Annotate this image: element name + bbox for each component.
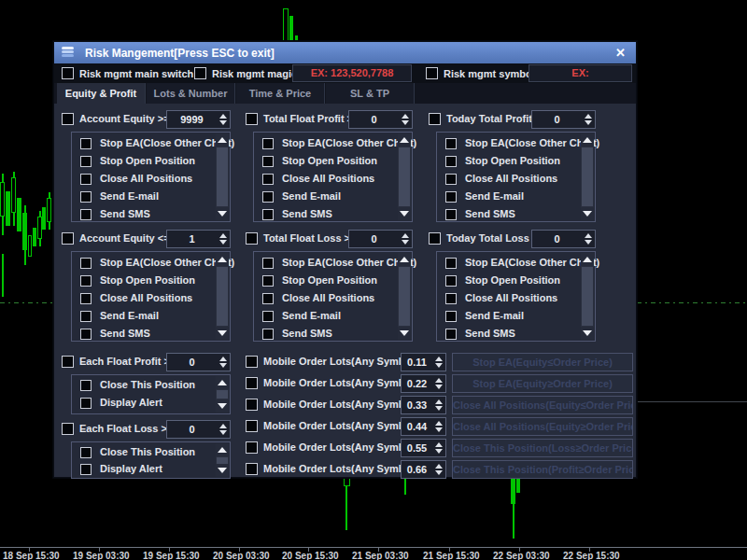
spin-down-icon[interactable] xyxy=(219,430,227,435)
action-checkbox[interactable] xyxy=(80,191,92,203)
action-checkbox[interactable] xyxy=(80,174,92,185)
action-checkbox[interactable] xyxy=(80,380,92,391)
scrollbar[interactable] xyxy=(216,443,229,477)
mobile-lots-input[interactable]: 0.11 xyxy=(401,353,446,371)
scroll-thumb[interactable] xyxy=(399,267,410,326)
spin-up-icon[interactable] xyxy=(402,114,409,119)
scroll-down-icon[interactable] xyxy=(581,327,594,340)
risk-mgmt-magics-checkbox[interactable] xyxy=(194,67,206,79)
total-float-loss-ge-input[interactable]: 0 xyxy=(348,230,413,248)
spin-down-icon[interactable] xyxy=(435,449,443,454)
mobile-lots-input[interactable]: 0.55 xyxy=(401,439,446,457)
action-checkbox[interactable] xyxy=(445,174,457,185)
spin-up-icon[interactable] xyxy=(435,421,443,426)
action-checkbox[interactable] xyxy=(80,275,92,287)
action-checkbox[interactable] xyxy=(80,138,92,149)
spin-up-icon[interactable] xyxy=(435,357,443,361)
scrollbar[interactable] xyxy=(216,253,229,340)
scroll-thumb[interactable] xyxy=(399,147,410,206)
action-checkbox[interactable] xyxy=(262,293,274,304)
spin-up-icon[interactable] xyxy=(219,233,227,238)
spin-down-icon[interactable] xyxy=(585,120,592,125)
account-equity-le-input[interactable]: 1 xyxy=(166,230,231,248)
scrollbar[interactable] xyxy=(581,253,594,340)
action-checkbox[interactable] xyxy=(445,311,457,322)
action-checkbox[interactable] xyxy=(445,156,457,167)
close-this-loss-ge-button[interactable]: Close This Position(Loss≥Order Price) xyxy=(452,439,633,457)
action-checkbox[interactable] xyxy=(445,329,457,340)
close-all-equity-le-button[interactable]: Close All Positions(Equity≤Order Price) xyxy=(452,396,633,414)
spin-down-icon[interactable] xyxy=(219,120,227,125)
action-checkbox[interactable] xyxy=(262,275,274,287)
scrollbar[interactable] xyxy=(216,376,229,413)
account-equity-ge-checkbox[interactable] xyxy=(62,113,74,125)
scroll-up-icon[interactable] xyxy=(216,253,229,266)
scroll-up-icon[interactable] xyxy=(216,133,229,147)
mobile-lots-checkbox[interactable] xyxy=(246,441,258,454)
each-float-profit-ge-checkbox[interactable] xyxy=(62,356,74,368)
tab-time-price[interactable]: Time & Price xyxy=(236,83,325,104)
scroll-thumb[interactable] xyxy=(582,267,593,326)
action-checkbox[interactable] xyxy=(445,258,457,269)
spin-down-icon[interactable] xyxy=(435,363,443,368)
spin-down-icon[interactable] xyxy=(585,240,592,245)
tab-lots-number[interactable]: Lots & Number xyxy=(147,83,235,104)
stop-ea-equity-ge-button[interactable]: Stop EA(Equity≥Order Price) xyxy=(452,374,633,393)
action-checkbox[interactable] xyxy=(80,311,92,322)
spin-up-icon[interactable] xyxy=(402,233,409,238)
action-checkbox[interactable] xyxy=(262,329,274,340)
total-float-profit-ge-input[interactable]: 0 xyxy=(348,110,413,129)
spin-down-icon[interactable] xyxy=(219,363,227,368)
action-checkbox[interactable] xyxy=(80,447,92,458)
action-checkbox[interactable] xyxy=(80,258,92,269)
scroll-thumb[interactable] xyxy=(582,147,593,206)
total-float-profit-ge-checkbox[interactable] xyxy=(246,113,258,125)
risk-mgmt-main-switch-checkbox[interactable] xyxy=(62,67,74,79)
scroll-up-icon[interactable] xyxy=(581,133,594,147)
action-checkbox[interactable] xyxy=(445,209,457,220)
mobile-lots-input[interactable]: 0.66 xyxy=(401,460,446,479)
scroll-down-icon[interactable] xyxy=(216,327,229,340)
scroll-up-icon[interactable] xyxy=(216,443,229,456)
mobile-lots-input[interactable]: 0.44 xyxy=(401,417,446,436)
action-checkbox[interactable] xyxy=(80,464,92,475)
spin-up-icon[interactable] xyxy=(219,114,227,119)
mobile-lots-checkbox[interactable] xyxy=(246,356,258,368)
scroll-down-icon[interactable] xyxy=(581,207,594,220)
action-checkbox[interactable] xyxy=(445,191,457,203)
scrollbar[interactable] xyxy=(216,133,229,220)
spin-up-icon[interactable] xyxy=(219,424,227,428)
action-checkbox[interactable] xyxy=(262,191,274,203)
mobile-lots-input[interactable]: 0.22 xyxy=(401,374,446,393)
spin-down-icon[interactable] xyxy=(402,240,409,245)
action-checkbox[interactable] xyxy=(445,138,457,149)
scroll-up-icon[interactable] xyxy=(216,376,229,389)
today-total-loss-ge-checkbox[interactable] xyxy=(429,232,441,245)
scroll-thumb[interactable] xyxy=(217,147,228,206)
action-checkbox[interactable] xyxy=(262,174,274,185)
spin-down-icon[interactable] xyxy=(435,427,443,432)
action-checkbox[interactable] xyxy=(80,398,92,409)
today-total-loss-ge-input[interactable]: 0 xyxy=(531,230,596,248)
scroll-down-icon[interactable] xyxy=(216,399,229,413)
spin-down-icon[interactable] xyxy=(435,406,443,411)
spin-up-icon[interactable] xyxy=(435,464,443,469)
action-checkbox[interactable] xyxy=(80,156,92,167)
action-checkbox[interactable] xyxy=(262,209,274,220)
spin-up-icon[interactable] xyxy=(585,233,592,238)
spin-up-icon[interactable] xyxy=(585,114,592,119)
scrollbar[interactable] xyxy=(581,133,594,220)
close-icon[interactable]: ✕ xyxy=(613,45,628,61)
scroll-up-icon[interactable] xyxy=(398,133,411,147)
each-float-loss-ge-input[interactable]: 0 xyxy=(166,420,231,439)
scroll-down-icon[interactable] xyxy=(398,207,411,220)
spin-down-icon[interactable] xyxy=(219,240,227,245)
action-checkbox[interactable] xyxy=(80,293,92,304)
scroll-down-icon[interactable] xyxy=(216,464,229,477)
action-checkbox[interactable] xyxy=(262,156,274,167)
account-equity-le-checkbox[interactable] xyxy=(62,232,74,245)
today-total-profit-ge-input[interactable]: 0 xyxy=(531,110,596,129)
action-checkbox[interactable] xyxy=(445,275,457,287)
total-float-loss-ge-checkbox[interactable] xyxy=(246,232,258,245)
mobile-lots-checkbox[interactable] xyxy=(246,399,258,411)
